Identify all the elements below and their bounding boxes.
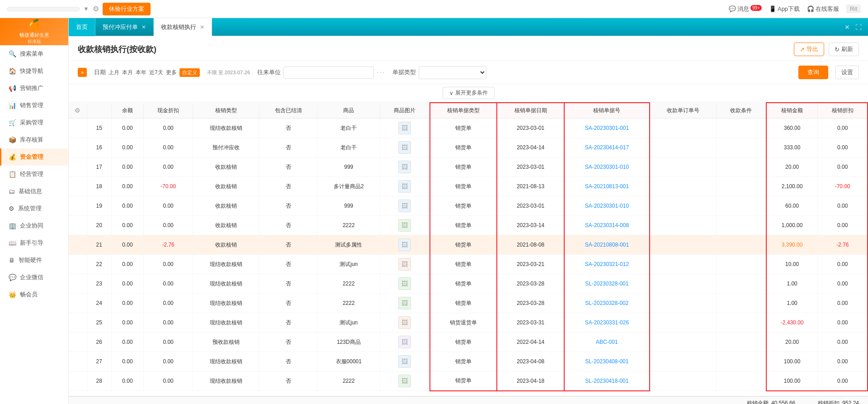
expand-more-button[interactable]: ∨ 展开更多条件: [443, 87, 495, 99]
sidebar-item-sales[interactable]: 📊 销售管理: [0, 97, 68, 114]
td-setting[interactable]: [69, 196, 87, 216]
td-bill-no[interactable]: SA-20230321-012: [564, 255, 650, 274]
bill-no-link[interactable]: SA-20230301-001: [585, 125, 629, 131]
filter-expand-button[interactable]: »: [78, 68, 87, 77]
td-bill-no[interactable]: SA-20230301-010: [564, 196, 650, 216]
td-bill-no[interactable]: SA-20230331-026: [564, 313, 650, 333]
td-setting[interactable]: [69, 235, 87, 255]
td-bill-date: 2023-04-08: [497, 352, 564, 371]
sidebar-item-purchase[interactable]: 🛒 采购管理: [0, 114, 68, 131]
tab-prepay[interactable]: 预付冲应付单 ✕: [95, 18, 154, 36]
filter-date-last-month[interactable]: 上月: [108, 69, 119, 76]
td-bill-no[interactable]: SA-20230314-008: [564, 216, 650, 235]
sidebar-item-quicknav[interactable]: 🏠 快捷导航: [0, 62, 68, 80]
td-writeoff-discount: 0.00: [818, 157, 868, 177]
td-balance: 0.00: [111, 196, 143, 216]
bill-no-link[interactable]: SA-20210808-001: [585, 242, 629, 248]
td-has-cleared: 否: [259, 196, 317, 216]
filter-date-this-year[interactable]: 本年: [136, 69, 146, 76]
bill-no-link[interactable]: SL-20230328-002: [585, 300, 628, 306]
tab-close-btn[interactable]: ✕: [842, 22, 853, 33]
sidebar-item-corp[interactable]: 🏢 企业协同: [0, 217, 68, 234]
filter-from-unit-input[interactable]: [283, 67, 374, 79]
filter-date-custom[interactable]: 自定义: [179, 68, 200, 77]
query-button[interactable]: 查询: [798, 66, 828, 79]
sidebar-item-guide[interactable]: 📖 新手引导: [0, 234, 68, 252]
td-bill-no[interactable]: SL-20230418-001: [564, 371, 650, 391]
td-receipt-condition: [717, 255, 766, 274]
table-row: 26 0.00 0.00 预收款核销 否 123D商品 🖼 销货单 2022-0…: [69, 333, 868, 352]
td-bill-date: 2022-04-14: [497, 333, 564, 352]
td-bill-no[interactable]: SA-20210808-001: [564, 235, 650, 255]
sidebar-item-inventory[interactable]: 📦 库存核算: [0, 131, 68, 148]
td-setting[interactable]: [69, 371, 87, 391]
table-footer: 核销金额 40,556,66... 核销折扣 952.24: [69, 396, 868, 404]
online-service-item[interactable]: 🎧 在线客服: [807, 5, 839, 13]
td-receipt-condition: [717, 235, 766, 255]
td-bill-no[interactable]: SA-20230414-017: [564, 138, 650, 157]
bill-no-link[interactable]: SA-20210813-001: [585, 183, 629, 190]
td-setting[interactable]: [69, 313, 87, 333]
td-setting[interactable]: [69, 216, 87, 235]
sidebar-item-hardware[interactable]: 🖥 智能硬件: [0, 252, 68, 269]
td-bill-no[interactable]: ABC-001: [564, 333, 650, 352]
sidebar-item-search[interactable]: 🔍 搜索菜单: [0, 45, 68, 62]
bill-no-link[interactable]: SA-20230414-017: [585, 144, 629, 151]
sidebar-item-marketing[interactable]: 📢 营销推广: [0, 80, 68, 97]
th-settings[interactable]: ⚙: [69, 103, 87, 119]
filter-date-7days[interactable]: 近7天: [149, 69, 163, 76]
bill-no-link[interactable]: SA-20230301-010: [585, 203, 629, 209]
tab-collection-close-icon[interactable]: ✕: [200, 24, 204, 30]
td-bill-no[interactable]: SL-20230328-001: [564, 274, 650, 294]
td-bill-no[interactable]: SA-20230301-010: [564, 157, 650, 177]
refresh-button[interactable]: ↻ 刷新: [829, 43, 859, 56]
td-setting[interactable]: [69, 119, 87, 138]
sidebar-item-basic[interactable]: 🗂 基础信息: [0, 183, 68, 200]
filter-receipt-type-select[interactable]: [419, 66, 486, 79]
td-bill-no[interactable]: SL-20230328-002: [564, 294, 650, 313]
industry-solution-button[interactable]: 休验行业方案: [103, 3, 151, 15]
bill-no-link[interactable]: SL-20230328-001: [585, 280, 628, 287]
sidebar-label-inventory: 库存核算: [20, 136, 43, 144]
bill-no-link[interactable]: SA-20230314-008: [585, 222, 629, 228]
export-button[interactable]: ↗ 导出: [794, 43, 824, 56]
filter-date-more[interactable]: 更多: [166, 69, 177, 76]
td-setting[interactable]: [69, 157, 87, 177]
sidebar-item-system[interactable]: ⚙ 系统管理: [0, 200, 68, 217]
td-setting[interactable]: [69, 177, 87, 196]
filter-date-this-month[interactable]: 本月: [122, 69, 133, 76]
td-bill-date: 2023-03-31: [497, 313, 564, 333]
table-settings-icon[interactable]: ⚙: [75, 107, 80, 114]
bill-no-link[interactable]: ABC-001: [596, 339, 618, 345]
td-bill-no[interactable]: SL-20230408-001: [564, 352, 650, 371]
tab-collection[interactable]: 收款核销执行 ✕: [154, 18, 212, 36]
td-writeoff-amount: -2,430.00: [766, 313, 818, 333]
sidebar-item-member[interactable]: 👑 畅会员: [0, 286, 68, 303]
bill-no-link[interactable]: SL-20230418-001: [585, 378, 628, 384]
bill-no-link[interactable]: SL-20230408-001: [585, 358, 628, 365]
sidebar-item-wechat[interactable]: 💬 企业微信: [0, 269, 68, 286]
messages-item[interactable]: 💬 消息 99+: [729, 5, 762, 13]
td-bill-no[interactable]: SA-20230301-001: [564, 119, 650, 138]
td-setting[interactable]: [69, 138, 87, 157]
gear-icon[interactable]: ⚙: [93, 5, 99, 13]
tab-home[interactable]: 首页: [69, 18, 95, 36]
td-setting[interactable]: [69, 294, 87, 313]
td-setting[interactable]: [69, 274, 87, 294]
td-bill-no[interactable]: SA-20210813-001: [564, 177, 650, 196]
user-label[interactable]: Rit: [846, 5, 861, 13]
bill-no-link[interactable]: SA-20230301-010: [585, 164, 629, 170]
sidebar-item-operations[interactable]: 📋 经营管理: [0, 166, 68, 183]
app-download-item[interactable]: 📱 App下载: [769, 5, 800, 13]
tab-prepay-close-icon[interactable]: ✕: [142, 24, 146, 30]
td-setting[interactable]: [69, 352, 87, 371]
td-writeoff-type: 现结收款核销: [193, 294, 259, 313]
bill-no-link[interactable]: SA-20230331-026: [585, 319, 629, 326]
td-setting[interactable]: [69, 255, 87, 274]
tab-expand-btn[interactable]: ⛶: [853, 22, 864, 33]
bill-no-link[interactable]: SA-20230321-012: [585, 261, 629, 267]
td-setting[interactable]: [69, 333, 87, 352]
sidebar-item-finance[interactable]: 💰 资金管理: [0, 148, 68, 166]
chevron-down-icon[interactable]: ▼: [83, 5, 89, 12]
setting-button[interactable]: 设置: [835, 66, 859, 79]
